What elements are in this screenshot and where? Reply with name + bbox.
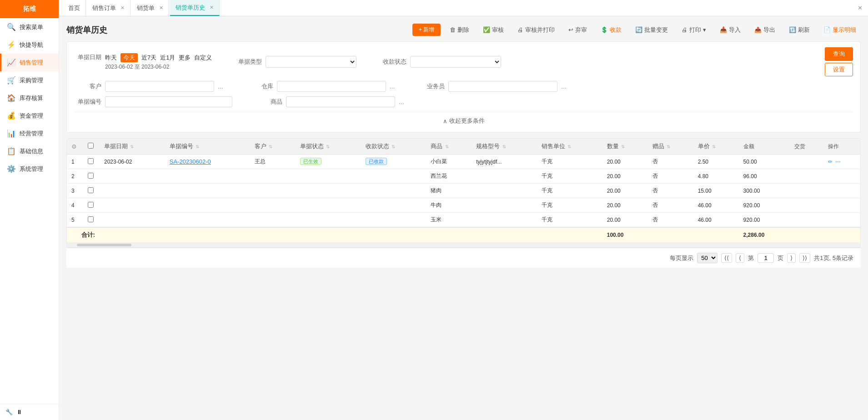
date-shortcut-1month[interactable]: 近1月 (160, 54, 175, 62)
set-button[interactable]: 设置 (825, 63, 853, 76)
date-shortcut-custom[interactable]: 自定义 (194, 54, 212, 62)
tab-home[interactable]: 首页 (63, 0, 86, 16)
unit-sort-icon[interactable]: ⇅ (567, 144, 571, 149)
date-shortcut-more[interactable]: 更多 (179, 54, 191, 62)
salesman-input[interactable] (448, 81, 557, 92)
type-select[interactable] (266, 56, 356, 68)
sidebar-item-system[interactable]: ⚙️ 系统管理 (0, 160, 59, 178)
order-no-link[interactable]: SA-20230602-0 (170, 158, 211, 165)
cell-unit: 千克 (537, 213, 602, 228)
audit-print-button[interactable]: 🖨 审核并打印 (513, 24, 559, 36)
refresh-button[interactable]: 🔃 刷新 (784, 24, 814, 36)
toolbar: + 新增 🗑 删除 ✅ 审核 🖨 审核并打印 ↩ 弃审 (412, 24, 861, 36)
date-sort-icon[interactable]: ⇅ (130, 144, 134, 149)
collect-button[interactable]: 💲 收款 (596, 24, 626, 36)
show-detail-button[interactable]: 📄 显示明细 (819, 24, 861, 36)
gift-sort-icon[interactable]: ⇅ (667, 144, 670, 149)
query-button[interactable]: 查询 (825, 47, 853, 61)
print-button[interactable]: 🖨 打印 ▾ (677, 24, 711, 36)
prev-page-button[interactable]: ⟨ (736, 253, 744, 263)
last-page-button[interactable]: ⟩⟩ (799, 253, 810, 263)
goods-input[interactable] (286, 96, 395, 107)
th-payment-status: 收款状态 ⇅ (361, 139, 426, 155)
export-button[interactable]: 📤 导出 (750, 24, 780, 36)
horizontal-scrollbar[interactable] (67, 243, 860, 247)
sidebar-item-basic[interactable]: 📋 基础信息 (0, 142, 59, 160)
import-button[interactable]: 📥 导入 (715, 24, 745, 36)
cell-checkbox[interactable] (83, 213, 100, 228)
order-no-sort-icon[interactable]: ⇅ (196, 144, 199, 149)
cell-checkbox[interactable] (83, 169, 100, 184)
delete-button[interactable]: 🗑 删除 (445, 24, 474, 36)
order-status-sort-icon[interactable]: ⇅ (326, 144, 330, 149)
tab-sales-history-close[interactable]: ✕ (210, 5, 214, 10)
customer-sort-icon[interactable]: ⇅ (269, 144, 272, 149)
table-header-row: ⚙ 单据日期 ⇅ 单据编号 ⇅ (67, 139, 860, 155)
customer-input[interactable] (105, 81, 214, 92)
price-sort-icon[interactable]: ⇅ (712, 144, 716, 149)
tab-sales-history[interactable]: 销货单历史 ✕ (170, 0, 220, 16)
date-shortcut-today[interactable]: 今天 (120, 53, 138, 62)
tab-sales-goods[interactable]: 销货单 ✕ (131, 0, 169, 16)
gear-icon[interactable]: ⚙ (71, 143, 77, 150)
cell-checkbox[interactable] (83, 155, 100, 169)
cell-goods: 西兰花 (426, 169, 472, 184)
payment-status-select[interactable] (410, 56, 501, 68)
next-page-button[interactable]: ⟩ (787, 253, 796, 263)
row-checkbox[interactable] (88, 202, 94, 208)
customer-dots[interactable]: ... (218, 83, 223, 90)
cell-qty: 20.00 (602, 184, 648, 198)
footer-icon1[interactable]: 🔧 (5, 409, 13, 415)
tab-sales-goods-close[interactable]: ✕ (159, 5, 163, 11)
first-page-button[interactable]: ⟨⟨ (721, 253, 732, 263)
select-all-checkbox[interactable] (88, 143, 94, 149)
batch-change-button[interactable]: 🔄 批量变更 (631, 24, 672, 36)
tab-sales-order-close[interactable]: ✕ (120, 5, 125, 11)
date-shortcut-7days[interactable]: 近7天 (141, 54, 156, 62)
page-title: 销货单历史 (66, 25, 107, 35)
order-no-input[interactable] (105, 96, 232, 107)
row-checkbox[interactable] (88, 187, 94, 193)
warehouse-input[interactable] (277, 81, 386, 92)
qty-sort-icon[interactable]: ⇅ (621, 144, 625, 149)
audit-button[interactable]: ✅ 审核 (478, 24, 508, 36)
more-action[interactable]: ⋯ (835, 159, 841, 165)
new-button[interactable]: + 新增 (412, 24, 441, 36)
row-checkbox[interactable] (88, 158, 94, 164)
sidebar-item-sales[interactable]: 📈 销售管理 (0, 54, 59, 71)
cell-customer (250, 198, 296, 213)
cell-unit: 千克 (537, 198, 602, 213)
delete-icon: 🗑 (450, 26, 456, 33)
sidebar-item-finance[interactable]: 💰 资金管理 (0, 107, 59, 125)
scrollbar-thumb[interactable] (77, 244, 131, 246)
footer-icon2[interactable]: ⏸ (16, 409, 22, 415)
table-row: 4 牛肉 千克 20.00 否 46.00 920.00 (67, 198, 860, 213)
sidebar-item-quicknav[interactable]: ⚡ 快捷导航 (0, 36, 59, 54)
th-qty: 数量 ⇅ (602, 139, 648, 155)
spec-sort-icon[interactable]: ⇅ (502, 144, 506, 149)
cell-checkbox[interactable] (83, 198, 100, 213)
date-shortcut-yesterday[interactable]: 昨天 (105, 54, 117, 62)
sidebar-item-search[interactable]: 🔍 搜索菜单 (0, 18, 59, 36)
warehouse-dots[interactable]: ... (390, 83, 395, 90)
abandon-button[interactable]: ↩ 弃审 (564, 24, 592, 36)
tab-sales-order[interactable]: 销售订单 ✕ (87, 0, 130, 16)
sales-icon: 📈 (7, 58, 16, 67)
cell-gift: 否 (648, 155, 693, 169)
page-input[interactable] (758, 253, 774, 263)
payment-status-sort-icon[interactable]: ⇅ (391, 144, 395, 149)
tab-close-all[interactable]: ✕ (856, 3, 864, 13)
goods-sort-icon[interactable]: ⇅ (445, 144, 449, 149)
cell-checkbox[interactable] (83, 184, 100, 198)
goods-dots[interactable]: ... (399, 98, 404, 105)
per-page-select[interactable]: 50 (697, 253, 717, 263)
collapse-button[interactable]: ∧ 收起更多条件 (74, 115, 853, 127)
salesman-dots[interactable]: ... (561, 83, 567, 90)
sidebar-item-purchase[interactable]: 🛒 采购管理 (0, 71, 59, 89)
row-checkbox[interactable] (88, 173, 94, 179)
row-checkbox[interactable] (88, 216, 94, 222)
edit-action[interactable]: ✏ (828, 159, 833, 165)
cell-unit: 千克 (537, 169, 602, 184)
sidebar-item-inventory[interactable]: 🏠 库存核算 (0, 89, 59, 107)
sidebar-item-operations[interactable]: 📊 经营管理 (0, 125, 59, 142)
